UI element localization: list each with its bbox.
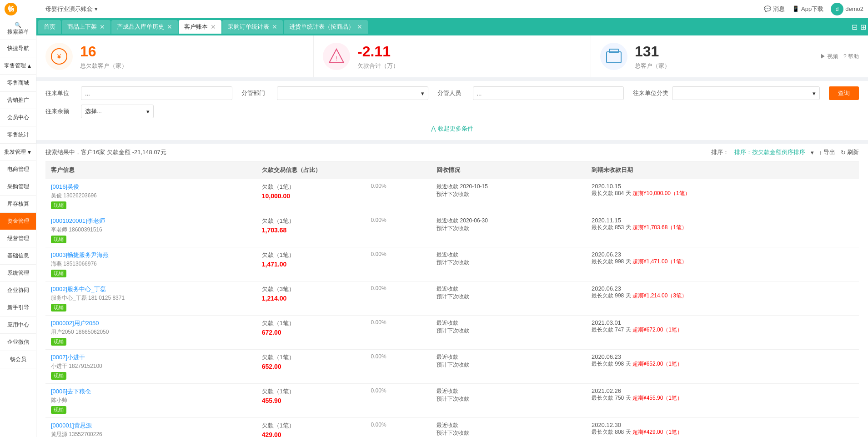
debt-amount-6[interactable]: 455.90 bbox=[262, 397, 360, 404]
customer-contact-1: 李老师 18600391516 bbox=[51, 226, 251, 234]
debt-amount-1[interactable]: 1,703.68 bbox=[262, 226, 360, 234]
sidebar-item-member[interactable]: 会员中心 bbox=[0, 109, 36, 126]
sidebar-item-vip[interactable]: 畅会员 bbox=[0, 351, 36, 368]
customer-name-7[interactable]: [000001]黄思源 bbox=[51, 422, 251, 430]
debt-ratio-3: 0.00% bbox=[371, 285, 426, 291]
stat-card-debt-info: 16 总欠款客户（家） bbox=[80, 43, 127, 70]
video-btn[interactable]: ▶ 视频 bbox=[820, 53, 838, 60]
tab-customer-account[interactable]: 客户账本 ✕ bbox=[179, 20, 221, 34]
app-icon: 📱 bbox=[792, 5, 799, 12]
user-avatar[interactable]: d demo2 bbox=[831, 3, 863, 15]
app-download-btn[interactable]: 📱 App下载 bbox=[792, 5, 823, 13]
message-btn[interactable]: 💬 消息 bbox=[764, 5, 785, 13]
tab-close-product-shelf[interactable]: ✕ bbox=[100, 23, 105, 30]
tab-close-purchase-order[interactable]: ✕ bbox=[272, 23, 277, 30]
overdue-amount-1[interactable]: 超期¥1,703.68（1笔） bbox=[632, 224, 687, 231]
content-area: 首页 商品上下架 ✕ 产成品入库单历史 ✕ 客户账本 ✕ 采购订单统计表 ✕ bbox=[36, 18, 868, 437]
sidebar-item-quick-nav[interactable]: 快捷导航 bbox=[0, 40, 36, 57]
debt-amount-0[interactable]: 10,000.00 bbox=[262, 192, 360, 200]
sidebar-item-basic-info[interactable]: 基础信息 bbox=[0, 247, 36, 265]
tab-purchase-stats[interactable]: 进货单统计表（按商品） ✕ bbox=[284, 20, 368, 34]
filter-select-dept[interactable]: ▾ bbox=[277, 86, 428, 100]
filter-input-unit[interactable]: ... bbox=[81, 86, 232, 100]
customer-contact-6: 陈小帅 bbox=[51, 397, 251, 404]
tab-close-production-history[interactable]: ✕ bbox=[167, 23, 172, 30]
customer-name-2[interactable]: [0003]畅捷服务尹海燕 bbox=[51, 251, 251, 259]
sidebar-item-wechat[interactable]: 企业微信 bbox=[0, 334, 36, 351]
filter-field-person: 分管人员 ... bbox=[437, 86, 624, 100]
cell-customer-info-1: [0001020001]李老师 李老师 18600391516 现销 bbox=[45, 213, 256, 247]
tab-close-purchase-stats[interactable]: ✕ bbox=[357, 23, 362, 30]
sidebar-item-purchase[interactable]: 采购管理 bbox=[0, 178, 36, 196]
customer-name-1[interactable]: [0001020001]李老师 bbox=[51, 217, 251, 225]
tab-purchase-order[interactable]: 采购订单统计表 ✕ bbox=[222, 20, 283, 34]
sidebar-item-retail-mgmt[interactable]: 零售管理 ▲ bbox=[0, 57, 36, 75]
tab-minimize-btn[interactable]: ⊟ bbox=[852, 23, 858, 31]
sidebar-item-retail-stats[interactable]: 零售统计 bbox=[0, 126, 36, 144]
filter-input-person[interactable]: ... bbox=[473, 86, 624, 100]
customer-badge-3: 现销 bbox=[51, 304, 66, 311]
store-selector[interactable]: 母婴行业演示账套 ▾ bbox=[45, 5, 764, 13]
sidebar-item-system[interactable]: 系统管理 bbox=[0, 265, 36, 282]
customer-name-6[interactable]: [0006]去下粮仓 bbox=[51, 387, 251, 396]
stat-card-debt-amount-info: -2.11 欠款合计（万） bbox=[357, 43, 399, 70]
sidebar-search[interactable]: 🔍 搜索菜单 bbox=[0, 18, 36, 40]
overdue-amount-4[interactable]: 超期¥672.00（1笔） bbox=[632, 326, 682, 333]
debt-amount-5[interactable]: 652.00 bbox=[262, 363, 360, 370]
customer-name-4[interactable]: [000002]用户2050 bbox=[51, 319, 251, 327]
sidebar-item-batch-mgmt[interactable]: 批发管理 ▼ bbox=[0, 144, 36, 161]
cell-collection-2: 最近收款 预计下次收款 bbox=[431, 247, 586, 281]
tab-close-customer-account[interactable]: ✕ bbox=[211, 23, 216, 30]
debt-amount-7[interactable]: 429.00 bbox=[262, 431, 360, 437]
sidebar-item-operation[interactable]: 经营管理 bbox=[0, 230, 36, 247]
debt-amount-2[interactable]: 1,471.00 bbox=[262, 261, 360, 268]
recent-collection-7: 最近收款 bbox=[437, 422, 581, 429]
customer-name-5[interactable]: [0007]小进干 bbox=[51, 353, 251, 362]
sort-value[interactable]: 排序：按欠款金额倒序排序 bbox=[734, 148, 805, 156]
sidebar-item-marketing[interactable]: 营销推广 bbox=[0, 92, 36, 109]
filter-select-category[interactable]: ▾ bbox=[672, 86, 820, 100]
query-button[interactable]: 查询 bbox=[829, 86, 859, 100]
customer-contact-5: 小进干 18279152100 bbox=[51, 362, 251, 370]
customer-name-0[interactable]: [0016]吴俊 bbox=[51, 183, 251, 191]
tab-maximize-btn[interactable]: ⊞ bbox=[860, 23, 866, 31]
sidebar-item-newbie[interactable]: 新手引导 bbox=[0, 299, 36, 316]
export-btn[interactable]: ↑ 导出 bbox=[819, 148, 836, 156]
sidebar-item-retail-store[interactable]: 零售商城 bbox=[0, 75, 36, 92]
sidebar-item-apps[interactable]: 应用中心 bbox=[0, 316, 36, 334]
overdue-amount-6[interactable]: 超期¥455.90（1笔） bbox=[632, 395, 682, 401]
logo-icon: 畅 bbox=[5, 3, 17, 15]
overdue-amount-2[interactable]: 超期¥1,471.00（1笔） bbox=[632, 258, 687, 265]
sidebar-item-ecommerce[interactable]: 电商管理 bbox=[0, 161, 36, 178]
overdue-amount-0[interactable]: 超期¥10,000.00（1笔） bbox=[632, 190, 690, 196]
sidebar-item-capital[interactable]: 资金管理 bbox=[0, 213, 36, 230]
debt-amount-3[interactable]: 1,214.00 bbox=[262, 295, 360, 302]
help-btn[interactable]: ? 帮助 bbox=[843, 53, 859, 60]
overdue-amount-7[interactable]: 超期¥429.00（1笔） bbox=[632, 429, 682, 435]
svg-text:¥: ¥ bbox=[57, 53, 61, 60]
cell-collection-6: 最近收款 预计下次收款 bbox=[431, 384, 586, 418]
cell-collection-7: 最近收款 预计下次收款 bbox=[431, 418, 586, 437]
sidebar-item-enterprise[interactable]: 企业协同 bbox=[0, 282, 36, 299]
filter-area: 往来单位 ... 分管部门 ▾ bbox=[36, 81, 868, 140]
logo-area: 畅 bbox=[5, 3, 41, 15]
tab-home[interactable]: 首页 bbox=[38, 20, 61, 34]
tab-product-shelf[interactable]: 商品上下架 ✕ bbox=[62, 20, 110, 34]
debt-amount-4[interactable]: 672.00 bbox=[262, 329, 360, 336]
table-row: [0007]小进干 小进干 18279152100 现销 欠款（1笔） 652.… bbox=[45, 350, 859, 384]
sidebar-item-inventory[interactable]: 库存核算 bbox=[0, 196, 36, 213]
table-row: [0002]服务中心_丁磊 服务中心_丁磊 181 0125 8371 现销 欠… bbox=[45, 281, 859, 316]
svg-text:!: ! bbox=[336, 55, 337, 62]
filter-collapse-btn[interactable]: ⋀ 收起更多条件 bbox=[45, 123, 859, 135]
filter-select-balance[interactable]: 选择... ▾ bbox=[81, 105, 154, 118]
tab-production-history[interactable]: 产成品入库单历史 ✕ bbox=[111, 20, 178, 34]
cell-due-date-2: 2020.06.23 最长欠款 998 天 超期¥1,471.00（1笔） bbox=[586, 247, 859, 281]
refresh-btn[interactable]: ↻ 刷新 bbox=[841, 148, 859, 156]
customer-name-3[interactable]: [0002]服务中心_丁磊 bbox=[51, 285, 251, 293]
table-row: [0016]吴俊 吴俊 13026203696 现销 欠款（1笔） 10,000… bbox=[45, 179, 859, 213]
cell-due-date-1: 2020.11.15 最长欠款 853 天 超期¥1,703.68（1笔） bbox=[586, 213, 859, 247]
stat-value-total-customers: 131 bbox=[635, 43, 670, 60]
overdue-amount-3[interactable]: 超期¥1,214.00（3笔） bbox=[632, 292, 687, 299]
cell-collection-5: 最近收款 预计下次收款 bbox=[431, 350, 586, 384]
overdue-amount-5[interactable]: 超期¥652.00（1笔） bbox=[632, 361, 682, 367]
